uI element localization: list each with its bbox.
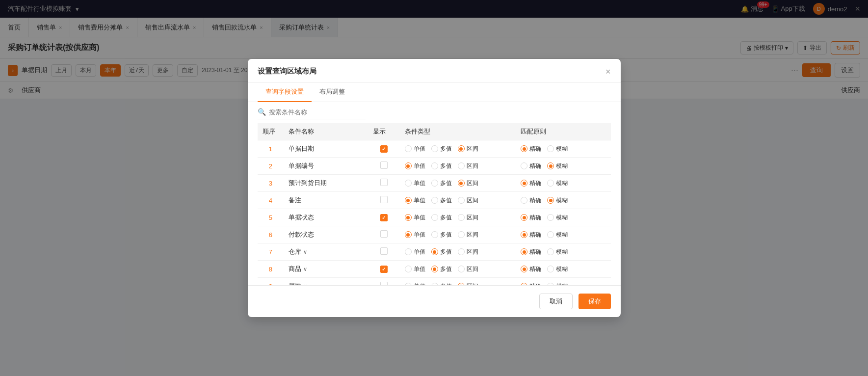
dialog-header: 设置查询区域布局 × (248, 59, 621, 82)
modal-overlay: 设置查询区域布局 × 查询字段设置 布局调整 🔍 (0, 0, 868, 99)
dialog-tabs: 查询字段设置 布局调整 (248, 82, 621, 99)
dialog-title: 设置查询区域布局 (258, 67, 316, 76)
dialog-tab-query-fields[interactable]: 查询字段设置 (258, 82, 312, 99)
dialog: 设置查询区域布局 × 查询字段设置 布局调整 🔍 (248, 59, 621, 99)
dialog-tab-layout[interactable]: 布局调整 (312, 82, 353, 99)
dialog-close-icon[interactable]: × (605, 67, 611, 76)
